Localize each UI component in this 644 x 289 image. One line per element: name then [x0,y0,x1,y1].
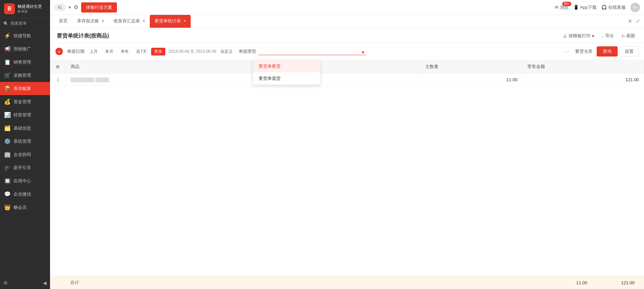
sidebar-item-purchase[interactable]: 🛒采购管理 [0,69,50,82]
refresh-btn[interactable]: ↻ 刷新 [619,32,637,40]
sidebar-item-apps[interactable]: 🔲应用中心 [0,174,50,187]
sidebar-item-guide[interactable]: 🎓新手引导 [0,161,50,174]
members-icon: 👑 [4,204,11,210]
topbar-dropdown-arrow[interactable]: ▾ [69,5,71,10]
sidebar-item-system[interactable]: ⚙️系统管理 [0,135,50,148]
tabs-actions: ✕ ⤢ [628,18,640,24]
guide-icon: 🎓 [4,164,11,171]
sidebar-item-members[interactable]: 👑畅会员 [0,201,50,214]
date-last-7days[interactable]: 近7天 [133,48,150,55]
cell-amount: 121.00 [522,73,644,86]
collapse-icon[interactable]: ◀‍ [43,280,47,286]
date-custom-btn[interactable]: 自定义 [218,48,235,55]
tab-close-collect-summary[interactable]: × [143,19,145,23]
col-amount-header: 零售金额 [522,60,644,73]
inventory-icon: 📦 [4,85,11,92]
query-button[interactable]: 查询 [597,46,618,57]
tab-close-order-summary[interactable]: × [184,19,186,23]
tab-order-summary[interactable]: 要货单统计表× [150,15,191,28]
type-select-wrapper: ▲ [258,48,366,55]
refresh-icon: ↻ [621,34,625,39]
type-filter-group: 单据类型 ▲ [239,48,559,55]
trial-button[interactable]: 体验行业方案 [81,2,117,13]
filter-expand-btn[interactable]: » [55,48,63,55]
sidebar-item-operations[interactable]: 📊经营管理 [0,108,50,121]
sidebar-search[interactable]: 🔍 搜索菜单 [0,18,50,29]
online-service-btn[interactable]: 🎧 在线客服 [601,4,626,10]
topbar: 41 ▾ ⚙ 体验行业方案 ✉ 消息 99+ 📱 App下载 🎧 在线客服 Ri… [50,0,644,15]
tab-label: 要货单统计表 [154,18,181,24]
messages-btn[interactable]: ✉ 消息 99+ [555,4,569,10]
logo-icon: B [4,3,15,14]
print-icon: 🖨 [563,34,567,39]
date-more-btn[interactable]: 更多 [151,48,165,55]
type-select-input[interactable] [258,48,366,55]
close-all-tabs-btn[interactable]: ✕ [628,18,632,24]
page-title: 要货单统计表(按商品) [57,32,109,40]
service-icon: 🎧 [601,5,607,10]
tab-label: 首页 [59,18,68,24]
date-filter-group: 单据日期 上月 本月 本年 近7天 更多 2023-05-06 至 2023-0… [67,48,235,55]
tab-close-batch-voucher[interactable]: × [102,19,104,23]
sidebar-item-label: 快捷导航 [14,33,31,39]
sidebar-item-sales[interactable]: 📋销售管理 [0,55,50,69]
avatar-img: Rit [630,3,640,12]
sidebar-item-label: 销售管理 [14,59,31,65]
col-product-header: 商品 [66,60,280,73]
mobile-icon: 📱 [573,5,579,10]
sidebar-item-wechat[interactable]: 💬企业微信 [0,187,50,201]
col-settings-header[interactable]: ⚙ [50,60,66,73]
sidebar-nav: ⚡快捷导航📢营销推广📋销售管理🛒采购管理📦库存核算💰资金管理📊经营管理🗂️基础信… [0,29,50,276]
dropdown-item-order-goods[interactable]: 要货单要货 [253,60,320,72]
cell-rownum: 1 [50,73,66,86]
expand-tabs-btn[interactable]: ⤢ [636,18,640,24]
cell-product [66,73,280,86]
sidebar-item-label: 经营管理 [14,112,31,118]
tab-batch-voucher[interactable]: 库存批次账× [72,15,109,28]
sidebar-item-basic[interactable]: 🗂️基础信息 [0,121,50,135]
sidebar-item-quick-nav[interactable]: ⚡快捷导航 [0,29,50,42]
sidebar-item-label: 企业微信 [14,191,31,197]
topbar-settings-icon[interactable]: ⚙ [74,4,78,10]
apps-icon: 🔲 [4,178,11,184]
app-download-btn[interactable]: 📱 App下载 [573,4,597,10]
user-avatar[interactable]: Rit [630,3,640,12]
date-this-year[interactable]: 本年 [118,48,132,55]
date-label: 单据日期 [67,48,85,54]
date-last-month[interactable]: 上月 [87,48,101,55]
tab-label: 收发存汇总表 [114,18,140,24]
tab-collect-summary[interactable]: 收发存汇总表× [109,15,150,28]
enterprise-icon: 🏢 [4,151,11,158]
footer-qty: 11.00 [545,280,592,285]
sidebar-item-label: 基础信息 [14,125,31,131]
tabs-bar: 首页库存批次账×收发存汇总表×要货单统计表× ✕ ⤢ [50,15,644,28]
topbar-right: ✉ 消息 99+ 📱 App下载 🎧 在线客服 Rit [555,3,640,12]
page-actions: 🖨 按模板打印 ▾ ↓ 导出 ↻ 刷新 [561,32,638,40]
sidebar-item-label: 营销推广 [14,46,31,52]
cell-qty: 11.00 [421,73,523,86]
dropdown-item-order-return[interactable]: 要货单退货 [253,72,320,85]
sidebar-item-label: 畅会员 [14,204,27,210]
table-wrapper: ⚙ 商品 主计量单位 主数量 零售金额 1 块 11.00 121.00 [50,60,644,276]
sidebar-item-marketing[interactable]: 📢营销推广 [0,42,50,55]
dropdown-overlay: 要货单要货要货单退货 [253,60,320,85]
sales-icon: 📋 [4,59,11,65]
settings-icon[interactable]: ⚙ [3,280,8,286]
sidebar-item-finance[interactable]: 💰资金管理 [0,95,50,108]
filter-more-options-btn[interactable]: ··· [563,48,571,55]
sidebar-item-label: 系统管理 [14,138,31,144]
system-icon: ⚙️ [4,138,11,144]
main-area: 41 ▾ ⚙ 体验行业方案 ✉ 消息 99+ 📱 App下载 🎧 在线客服 Ri… [50,0,644,289]
page-header: 要货单统计表(按商品) 🖨 按模板打印 ▾ ↓ 导出 ↻ 刷新 [50,28,644,43]
sidebar-item-inventory[interactable]: 📦库存核算 [0,82,50,95]
print-btn[interactable]: 🖨 按模板打印 ▾ [561,32,596,40]
sidebar-logo: B 畅捷通好生意 标准版 [0,0,50,18]
filter-settings-button[interactable]: 设置 [620,46,639,57]
export-btn[interactable]: ↓ 导出 [600,32,616,40]
table-footer: 合计 11.00 121.00 [50,276,644,289]
tab-home[interactable]: 首页 [54,15,72,28]
sidebar-item-enterprise[interactable]: 🏢企业协同 [0,148,50,161]
date-this-month[interactable]: 本月 [102,48,116,55]
type-label: 单据类型 [239,48,256,54]
print-dropdown-arrow: ▾ [592,34,594,39]
